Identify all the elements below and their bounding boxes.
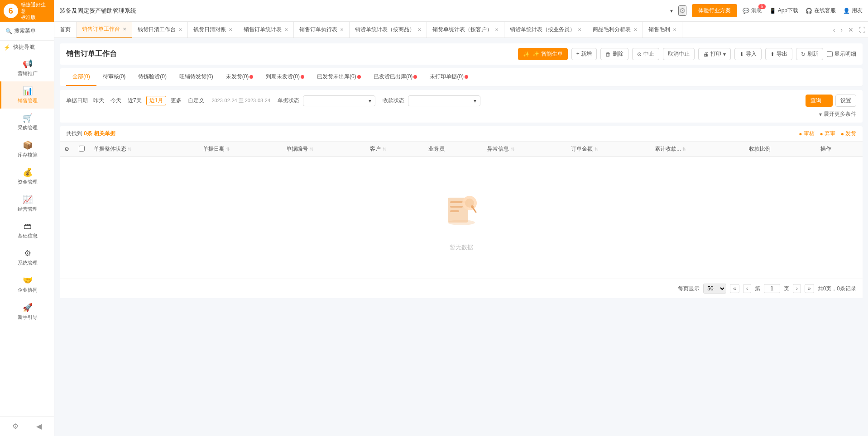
sidebar-item-enterprise[interactable]: 🤝 企业协同 (0, 271, 54, 298)
query-button[interactable]: 查询 (806, 95, 833, 107)
sidebar-item-basic[interactable]: 🗃 基础信息 (0, 217, 54, 244)
search-menu-button[interactable]: 🔍 搜索菜单 (4, 25, 50, 37)
th-checkbox[interactable] (74, 142, 89, 157)
th-amount: 订单金额 ⇅ (566, 142, 650, 157)
user-menu-button[interactable]: 👤 用友 (843, 7, 863, 14)
sidebar-item-inventory[interactable]: 📦 库存核算 (0, 136, 54, 163)
page-size-select[interactable]: 50 10 20 100 (703, 284, 726, 294)
expand-filter-button[interactable]: ▾ 展开更多条件 (819, 110, 856, 118)
date-option-今天[interactable]: 今天 (109, 96, 123, 105)
tab-close-sales-more[interactable]: ✕ (673, 27, 676, 32)
topbar-settings-button[interactable]: ⚙ (678, 5, 686, 16)
tab-cash-reconcile[interactable]: 钱货日清对账✕ (188, 22, 238, 38)
sub-tab-wangpu-pending[interactable]: 旺铺待发货(0) (173, 68, 220, 86)
tab-close-sales-summary-product[interactable]: ✕ (417, 27, 421, 32)
date-option-近1月[interactable]: 近1月 (146, 96, 167, 105)
delete-button[interactable]: 🗑 删除 (600, 48, 628, 60)
sub-tab-not-shipped[interactable]: 未发货(0) (220, 68, 260, 86)
tab-sales-workbench[interactable]: 销售订单工作台✕ (77, 22, 132, 38)
sidebar-item-finance[interactable]: 💰 资金管理 (0, 163, 54, 190)
payment-filter-select[interactable]: ▾ (408, 95, 480, 106)
sub-tab-expired-not-shipped[interactable]: 到期未发货(0) (259, 68, 311, 86)
tab-close-cash-daily[interactable]: ✕ (178, 27, 182, 32)
date-option-自定义[interactable]: 自定义 (186, 96, 206, 105)
uncheck-action-button[interactable]: ● 弃审 (820, 130, 835, 137)
tab-sales-summary-product[interactable]: 销货单统计表（按商品）✕ (350, 22, 427, 38)
add-button[interactable]: + 新增 (571, 48, 597, 60)
sidebar-item-marketing[interactable]: 📢 营销推广 (0, 54, 54, 81)
tab-gross-profit[interactable]: 商品毛利分析表✕ (587, 22, 643, 38)
refresh-button[interactable]: ↻ 刷新 (796, 48, 823, 60)
tab-close-all-button[interactable]: ✕ (845, 24, 856, 35)
sidebar-item-operations[interactable]: 📈 经营管理 (0, 190, 54, 217)
tab-close-sales-summary-staff[interactable]: ✕ (578, 27, 581, 32)
tab-prev-button[interactable]: ‹ (830, 24, 838, 35)
tab-fullscreen-button[interactable]: ⛶ (856, 24, 868, 35)
settings-button[interactable]: ⚙ (10, 420, 20, 432)
marketing-label: 营销推广 (18, 70, 38, 77)
tab-sales-stats[interactable]: 销售订单统计表✕ (238, 22, 294, 38)
tab-close-sales-workbench[interactable]: ✕ (123, 27, 126, 32)
cta-button[interactable]: 体验行业方案 (692, 4, 737, 17)
prev-page-button[interactable]: ‹ (743, 284, 751, 293)
tab-close-cash-reconcile[interactable]: ✕ (229, 27, 232, 32)
date-option-近7天[interactable]: 近7天 (126, 96, 144, 105)
print-button[interactable]: 🖨 打印 ▾ (698, 48, 731, 60)
show-detail-label[interactable]: 显示明细 (827, 50, 856, 58)
cancel-stop-button[interactable]: 取消中止 (663, 48, 695, 60)
sidebar-item-system[interactable]: ⚙ 系统管理 (0, 244, 54, 271)
sidebar-item-guide[interactable]: 🚀 新手引导 (0, 298, 54, 325)
tab-home[interactable]: 首页 (54, 22, 77, 38)
sub-tab-pending-inspect[interactable]: 待拣验货(0) (132, 68, 173, 86)
sub-tab-all[interactable]: 全部(0) (66, 68, 96, 86)
sidebar-item-sales[interactable]: 📊 销售管理 (0, 81, 54, 109)
table-right-actions: ● 审核 ● 弃审 ● 发货 (799, 130, 856, 137)
tab-sales-summary-staff[interactable]: 销货单统计表（按业务员）✕ (504, 22, 587, 38)
quick-nav-item[interactable]: ⚡ 快捷导航 (0, 41, 54, 54)
smart-create-button[interactable]: ✨ ✨ 智能生单 (518, 48, 567, 60)
export-button[interactable]: ⬆ 导出 (765, 48, 792, 60)
system-dropdown[interactable]: ▾ (670, 8, 673, 14)
tab-sales-exec[interactable]: 销售订单执行表✕ (294, 22, 350, 38)
sidebar-item-purchase[interactable]: 🛒 采购管理 (0, 109, 54, 136)
th-settings[interactable]: ⚙ (60, 142, 74, 157)
sub-tab-shipped-out[interactable]: 已发货已出库(0) (367, 68, 424, 86)
tab-sales-summary-customer[interactable]: 销货单统计表（按客户）✕ (427, 22, 504, 38)
tab-sales-more[interactable]: 销售毛利✕ (643, 22, 682, 38)
dot-indicator (357, 75, 361, 79)
tab-close-sales-stats[interactable]: ✕ (284, 27, 288, 32)
date-option-更多[interactable]: 更多 (169, 96, 183, 105)
sub-tab-not-printed[interactable]: 未打印单据(0) (423, 68, 475, 86)
collapse-button[interactable]: ◀ (34, 420, 43, 432)
import-button[interactable]: ⬇ 导入 (734, 48, 762, 60)
last-page-button[interactable]: » (805, 284, 814, 293)
next-page-button[interactable]: › (793, 284, 801, 293)
tab-close-sales-exec[interactable]: ✕ (340, 27, 344, 32)
app-download-button[interactable]: 📱 App下载 (769, 7, 798, 14)
filter-status-item: 单据状态 ▾ (278, 95, 375, 106)
review-action-button[interactable]: ● 审核 (799, 130, 814, 137)
total-records-text: 共0页，0条记录 (818, 285, 856, 293)
table-count: 共找到 0条 相关单据 (66, 130, 115, 137)
page-label: 第 (755, 285, 760, 293)
online-service-button[interactable]: 🎧 在线客服 (806, 7, 836, 14)
ship-action-button[interactable]: ● 发货 (841, 130, 856, 137)
status-filter-select[interactable]: ▾ (303, 95, 375, 106)
show-detail-checkbox[interactable] (827, 51, 833, 57)
tab-cash-daily[interactable]: 钱货日清工作台✕ (132, 22, 188, 38)
chevron-down-icon: ▾ (819, 111, 822, 118)
select-all-checkbox[interactable] (79, 146, 85, 152)
sub-tab-pending-review[interactable]: 待审核(0) (96, 68, 132, 86)
tab-close-sales-summary-customer[interactable]: ✕ (495, 27, 499, 32)
page-input[interactable] (764, 284, 780, 293)
first-page-button[interactable]: « (730, 284, 739, 293)
table-scroll-container[interactable]: ⚙ 单据整体状态 ⇅ 单据日期 ⇅ 单据编号 (60, 142, 863, 279)
logo-text: 畅捷通好生意 标准版 (21, 1, 50, 21)
messages-button[interactable]: 💬 消息 6 (743, 7, 762, 14)
date-option-昨天[interactable]: 昨天 (91, 96, 106, 105)
tab-close-gross-profit[interactable]: ✕ (633, 27, 637, 32)
filter-settings-button[interactable]: 设置 (835, 95, 856, 107)
sub-tab-shipped-not-out[interactable]: 已发货未出库(0) (311, 68, 367, 86)
stop-button[interactable]: ⊘ 中止 (632, 48, 659, 60)
tab-next-button[interactable]: › (838, 24, 845, 35)
